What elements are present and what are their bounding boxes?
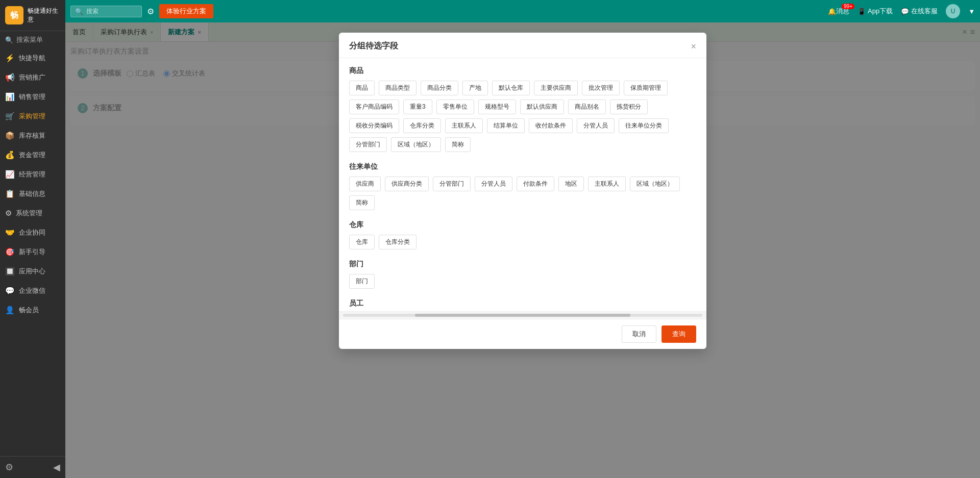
notification-icon: 🔔: [828, 8, 836, 15]
online-service-button[interactable]: 💬 在线客服: [901, 7, 938, 16]
inventory-icon: 📦: [5, 131, 15, 140]
sidebar-item-label: 营销推广: [19, 73, 45, 82]
guide-icon: 🎯: [5, 247, 15, 257]
sidebar-search[interactable]: 🔍 搜索菜单: [0, 31, 65, 48]
search-icon: 🔍: [5, 36, 13, 44]
modal-overlay: 分组待选字段 × 商品 商品 商品类型 商品分类 产地 默认仓库 主要供应商 批…: [65, 22, 980, 478]
field-tag-area[interactable]: 地区: [558, 177, 584, 191]
field-tag-shelf-life[interactable]: 保质期管理: [624, 81, 668, 95]
sidebar-item-base[interactable]: 📋 基础信息: [0, 184, 65, 204]
field-tag-department[interactable]: 部门: [349, 274, 375, 289]
field-tag-settlement-unit[interactable]: 结算单位: [487, 118, 525, 133]
field-tag-warehouse-cat[interactable]: 仓库分类: [379, 235, 416, 249]
app-center-icon: 🔲: [5, 267, 15, 276]
field-tag-main-contact[interactable]: 主联系人: [445, 118, 483, 133]
field-group-warehouse: 仓库 仓库 仓库分类: [349, 220, 696, 249]
field-tag-supplier-category[interactable]: 供应商分类: [385, 177, 429, 191]
field-tag-product[interactable]: 商品: [349, 81, 375, 95]
sidebar-item-label: 企业协同: [19, 228, 45, 237]
modal-close-button[interactable]: ×: [691, 42, 696, 51]
cancel-button[interactable]: 取消: [622, 325, 656, 343]
department-field-tags: 部门: [349, 274, 696, 289]
enterprise-wechat-icon: 💬: [5, 286, 15, 295]
sidebar-item-label: 采购管理: [19, 112, 45, 121]
header-search-icon: 🔍: [75, 8, 83, 15]
sidebar-item-cooperation[interactable]: 🤝 企业协同: [0, 223, 65, 242]
online-service-icon: 💬: [901, 8, 909, 15]
app-download-icon: 📱: [857, 8, 866, 15]
trial-button[interactable]: 体验行业方案: [159, 4, 213, 18]
sidebar-item-purchase[interactable]: 🛒 采购管理: [0, 107, 65, 126]
sidebar-item-app-center[interactable]: 🔲 应用中心: [0, 262, 65, 281]
confirm-button[interactable]: 查询: [662, 325, 696, 343]
field-tag-short-name2[interactable]: 简称: [349, 195, 375, 210]
field-tag-supplier[interactable]: 供应商: [349, 177, 381, 191]
field-tag-pick-points[interactable]: 拣货积分: [610, 99, 648, 114]
sidebar-item-finance[interactable]: 💰 资金管理: [0, 145, 65, 165]
field-group-warehouse-title: 仓库: [349, 220, 696, 230]
field-tag-warehouse-category[interactable]: 仓库分类: [403, 118, 441, 133]
field-tag-product-category[interactable]: 商品分类: [421, 81, 458, 95]
field-tag-warehouse[interactable]: 仓库: [349, 235, 375, 249]
base-icon: 📋: [5, 189, 15, 198]
field-tag-default-warehouse[interactable]: 默认仓库: [492, 81, 530, 95]
field-tag-dept-manager[interactable]: 分管部门: [349, 137, 387, 152]
sidebar-item-label: 系统管理: [16, 209, 42, 218]
field-tag-main-supplier[interactable]: 主要供应商: [534, 81, 578, 95]
sidebar-item-marketing[interactable]: 📢 营销推广: [0, 68, 65, 87]
field-tag-retail-unit[interactable]: 零售单位: [436, 99, 474, 114]
field-tag-weight3[interactable]: 重量3: [403, 99, 432, 114]
sidebar-item-label: 资金管理: [19, 150, 45, 160]
sidebar-item-system[interactable]: ⚙ 系统管理: [0, 204, 65, 223]
field-tag-manager[interactable]: 分管人员: [577, 118, 615, 133]
header-settings-icon[interactable]: ⚙: [147, 7, 154, 16]
sidebar-item-label: 新手引导: [19, 247, 45, 257]
sidebar-item-quick-nav[interactable]: ⚡ 快捷导航: [0, 48, 65, 68]
field-tag-dept[interactable]: 分管部门: [433, 177, 471, 191]
sidebar-item-label: 快捷导航: [19, 54, 45, 63]
sidebar-item-inventory[interactable]: 📦 库存核算: [0, 126, 65, 145]
sidebar-item-operations[interactable]: 📈 经营管理: [0, 165, 65, 184]
field-tag-main-contact2[interactable]: 主联系人: [588, 177, 626, 191]
field-tag-customer-code[interactable]: 客户商品编码: [349, 99, 399, 114]
field-tag-region2[interactable]: 区域（地区）: [630, 177, 680, 191]
system-icon: ⚙: [5, 209, 12, 218]
field-tag-batch-mgmt[interactable]: 批次管理: [582, 81, 620, 95]
app-download-button[interactable]: 📱 App下载: [857, 7, 893, 16]
field-tag-dept-person[interactable]: 分管人员: [475, 177, 512, 191]
field-tag-region[interactable]: 区域（地区）: [391, 137, 441, 152]
field-tag-spec-model[interactable]: 规格型号: [478, 99, 516, 114]
modal-title: 分组待选字段: [349, 41, 398, 52]
sidebar-item-label: 库存核算: [19, 131, 45, 140]
field-tag-default-supplier[interactable]: 默认供应商: [520, 99, 564, 114]
field-tag-origin[interactable]: 产地: [462, 81, 488, 95]
quick-nav-icon: ⚡: [5, 54, 15, 63]
avatar[interactable]: U: [946, 4, 960, 18]
notification-count: 99+: [842, 4, 854, 9]
sidebar-item-enterprise-wechat[interactable]: 💬 企业微信: [0, 281, 65, 300]
sidebar-settings-button[interactable]: ⚙: [5, 462, 13, 473]
header-search-input[interactable]: [86, 8, 137, 15]
header-search-box[interactable]: 🔍: [70, 6, 142, 17]
field-tag-tax-code[interactable]: 税收分类编码: [349, 118, 399, 133]
field-tag-payment-cond[interactable]: 付款条件: [517, 177, 554, 191]
field-group-employee-title: 员工: [349, 299, 696, 308]
field-group-product-title: 商品: [349, 66, 696, 76]
warehouse-field-tags: 仓库 仓库分类: [349, 235, 696, 249]
modal-scrollbar[interactable]: [339, 311, 706, 319]
user-dropdown-icon[interactable]: ▼: [968, 8, 975, 15]
partner-field-tags: 供应商 供应商分类 分管部门 分管人员 付款条件 地区 主联系人 区域（地区） …: [349, 177, 696, 210]
sidebar-bottom: ⚙ ◀: [0, 456, 65, 478]
sidebar-search-label: 搜索菜单: [16, 35, 43, 44]
field-group-employee: 员工 业务员: [349, 299, 696, 311]
field-tag-short-name[interactable]: 简称: [445, 137, 471, 152]
sidebar-item-guide[interactable]: 🎯 新手引导: [0, 242, 65, 262]
notification-badge[interactable]: 🔔 消息 99+: [828, 7, 849, 16]
sidebar-item-member[interactable]: 👤 畅会员: [0, 300, 65, 320]
field-tag-product-type[interactable]: 商品类型: [379, 81, 416, 95]
field-tag-product-alias[interactable]: 商品别名: [568, 99, 606, 114]
field-tag-partner-category[interactable]: 往来单位分类: [619, 118, 669, 133]
sidebar-item-sales[interactable]: 📊 销售管理: [0, 87, 65, 107]
sidebar-collapse-button[interactable]: ◀: [53, 462, 60, 473]
field-tag-payment-terms[interactable]: 收付款条件: [529, 118, 573, 133]
